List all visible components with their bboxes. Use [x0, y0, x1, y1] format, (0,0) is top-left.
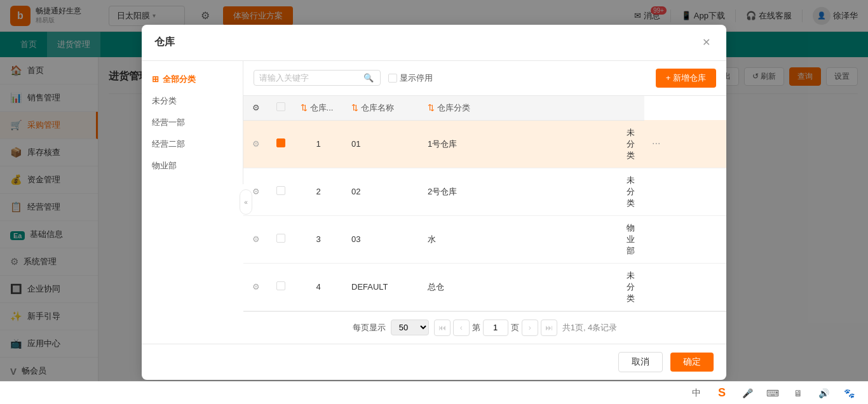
row-category: 未分类: [619, 168, 644, 215]
pagination: 每页显示 50 20 100 ⏮ ‹ 第 页 › ⏭: [243, 311, 726, 344]
row-name: 2号仓库: [420, 168, 619, 215]
page-nav: ⏮ ‹ 第 页 › ⏭: [434, 320, 557, 336]
last-page-button[interactable]: ⏭: [541, 320, 557, 336]
table-row[interactable]: ⚙ 3 03 水 物业部: [243, 215, 726, 263]
col-category-header: ⇅ 仓库分类: [420, 96, 619, 121]
row-code: 01: [344, 120, 420, 168]
search-icon[interactable]: 🔍: [363, 73, 374, 83]
show-disabled-toggle[interactable]: 显示停用: [388, 72, 433, 84]
row-name: 1号仓库: [420, 120, 619, 168]
close-button[interactable]: ✕: [698, 35, 714, 50]
row-checkbox[interactable]: [276, 234, 285, 243]
category-panel: ⊞ 全部分类 未分类 经营一部 经营二部 物业部: [142, 61, 243, 184]
row-name: 总仓: [420, 263, 619, 311]
row-more[interactable]: [644, 215, 726, 263]
dialog-footer: 取消 确定: [142, 344, 726, 380]
row-category: 物业部: [619, 215, 644, 263]
select-all-checkbox[interactable]: [276, 102, 285, 111]
prev-page-button[interactable]: ‹: [453, 320, 470, 336]
confirm-button[interactable]: 确定: [670, 353, 714, 372]
page-size-label: 每页显示: [353, 322, 386, 333]
row-checkbox[interactable]: [276, 138, 285, 147]
row-code: DEFAULT: [344, 263, 420, 311]
first-page-button[interactable]: ⏮: [434, 320, 451, 336]
table-body: ⚙ 1 01 1号仓库 未分类 ··· ⚙: [243, 120, 726, 311]
chinese-input-icon[interactable]: 中: [688, 384, 705, 402]
mic-icon[interactable]: 🎤: [738, 384, 756, 402]
row-num: 1: [293, 120, 344, 168]
add-warehouse-button[interactable]: + 新增仓库: [656, 69, 716, 88]
monitor-icon[interactable]: 🖥: [789, 384, 807, 402]
col-actions: [619, 96, 644, 121]
row-gear[interactable]: ⚙: [243, 215, 269, 263]
row-check[interactable]: [269, 215, 293, 263]
category-wrapper: ⊞ 全部分类 未分类 经营一部 经营二部 物业部 «: [142, 61, 243, 344]
category-operations1[interactable]: 经营一部: [142, 112, 243, 133]
data-table: ⚙ ⇅ 仓库... ⇅ 仓库名称: [243, 96, 726, 311]
col-name-header: ⇅ 仓库名称: [344, 96, 420, 121]
total-info: 共1页, 4条记录: [562, 322, 618, 333]
col-gear: ⚙: [243, 96, 269, 121]
category-property[interactable]: 物业部: [142, 155, 243, 177]
collapse-panel-button[interactable]: «: [240, 189, 252, 215]
row-num: 2: [293, 168, 344, 215]
row-category: 未分类: [619, 120, 644, 168]
row-name: 水: [420, 215, 619, 263]
disabled-checkbox[interactable]: [388, 74, 397, 83]
table-panel: 🔍 显示停用 + 新增仓库 ⚙: [243, 61, 726, 344]
warehouse-table: ⚙ ⇅ 仓库... ⇅ 仓库名称: [243, 96, 726, 311]
warehouse-dialog: 仓库 ✕ ⊞ 全部分类 未分类 经营一部 经营二部 物业部 «: [142, 25, 726, 380]
row-gear[interactable]: ⚙: [243, 120, 269, 168]
show-disabled-label: 显示停用: [400, 72, 433, 84]
page-suffix: 页: [511, 322, 519, 333]
table-head: ⚙ ⇅ 仓库... ⇅ 仓库名称: [243, 96, 726, 121]
table-toolbar: 🔍 显示停用 + 新增仓库: [243, 61, 726, 96]
category-operations2[interactable]: 经营二部: [142, 133, 243, 155]
sort-icon: ⇅: [301, 103, 308, 112]
next-page-button[interactable]: ›: [522, 320, 538, 336]
col-check: [269, 96, 293, 121]
table-row[interactable]: ⚙ 1 01 1号仓库 未分类 ···: [243, 120, 726, 168]
page-label: 第: [472, 322, 480, 333]
row-more[interactable]: [644, 263, 726, 311]
row-check[interactable]: [269, 263, 293, 311]
row-check[interactable]: [269, 120, 293, 168]
row-code: 03: [344, 215, 420, 263]
search-input[interactable]: [259, 73, 361, 83]
category-all[interactable]: ⊞ 全部分类: [142, 69, 243, 90]
row-num: 4: [293, 263, 344, 311]
dialog-header: 仓库 ✕: [142, 25, 726, 61]
table-row[interactable]: ⚙ 4 DEFAULT 总仓 未分类: [243, 263, 726, 311]
page-size-select[interactable]: 50 20 100: [391, 320, 429, 335]
paw-icon[interactable]: 🐾: [840, 384, 858, 402]
row-more[interactable]: ···: [644, 120, 726, 168]
col-code-header: ⇅ 仓库...: [293, 96, 344, 121]
cancel-button[interactable]: 取消: [618, 352, 663, 372]
row-checkbox[interactable]: [276, 281, 285, 290]
row-category: 未分类: [619, 263, 644, 311]
row-gear[interactable]: ⚙: [243, 263, 269, 311]
page-input[interactable]: [483, 320, 508, 336]
status-bar: 中 S 🎤 ⌨ 🖥 🔊 🐾: [0, 381, 868, 404]
row-more[interactable]: [644, 168, 726, 215]
sort-icon2: ⇅: [351, 103, 358, 112]
category-unclassified[interactable]: 未分类: [142, 90, 243, 112]
table-row[interactable]: ⚙ 2 02 2号仓库 未分类: [243, 168, 726, 215]
modal-overlay[interactable]: 仓库 ✕ ⊞ 全部分类 未分类 经营一部 经营二部 物业部 «: [0, 0, 868, 404]
speaker-icon[interactable]: 🔊: [815, 384, 832, 402]
row-num: 3: [293, 215, 344, 263]
row-checkbox[interactable]: [276, 186, 285, 195]
dialog-title: 仓库: [154, 36, 175, 49]
row-check[interactable]: [269, 168, 293, 215]
sort-icon3: ⇅: [428, 103, 435, 112]
s-logo-icon: S: [713, 384, 731, 402]
keyboard-icon[interactable]: ⌨: [764, 384, 782, 402]
dialog-body: ⊞ 全部分类 未分类 经营一部 经营二部 物业部 « 🔍: [142, 61, 726, 344]
search-box: 🔍: [254, 70, 381, 86]
grid-icon: ⊞: [152, 74, 159, 84]
row-code: 02: [344, 168, 420, 215]
